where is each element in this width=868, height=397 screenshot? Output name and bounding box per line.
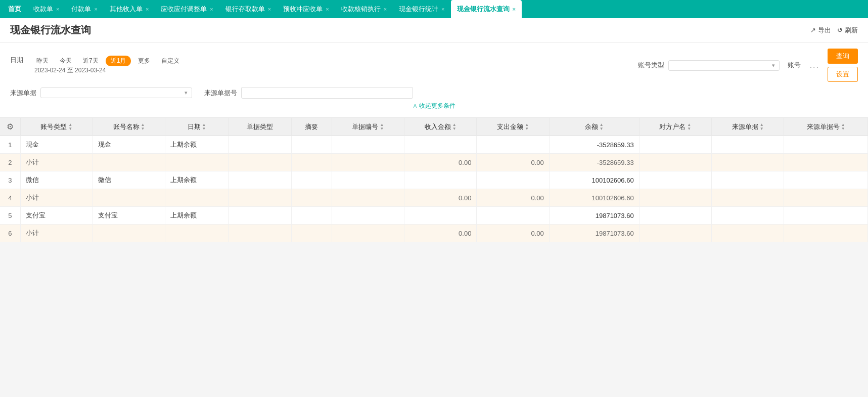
filter-area: 日期 昨天 今天 近7天 近1月 更多 自定义 2023-02-24 至 202… — [0, 42, 868, 118]
nav-cash-stat-close[interactable]: × — [441, 6, 444, 12]
cell-counterparty — [639, 207, 711, 225]
th-doc-no[interactable]: 单据编号 ▲▼ — [332, 118, 404, 136]
date-custom[interactable]: 自定义 — [157, 56, 184, 66]
cell-income: 0.00 — [404, 225, 477, 242]
cell-source-doc — [711, 136, 784, 154]
th-doc-type[interactable]: 单据类型 — [228, 118, 291, 136]
cell-num: 4 — [0, 189, 20, 207]
nav-cash-flow-label: 现金银行流水查询 — [457, 5, 510, 14]
cell-account-name: 现金 — [93, 136, 165, 154]
refresh-icon: ↺ — [837, 26, 843, 34]
cell-account-type: 小计 — [20, 189, 93, 207]
th-gear[interactable]: ⚙ — [0, 118, 20, 136]
source-doc-num-input[interactable] — [241, 87, 413, 99]
nav-item-prepay[interactable]: 预收冲应收单 × — [277, 0, 335, 18]
table-row[interactable]: 5支付宝支付宝上期余额19871073.60 — [0, 207, 868, 225]
header-actions: ↗ 导出 ↺ 刷新 — [810, 26, 858, 35]
cell-date: 上期余额 — [165, 136, 229, 154]
cell-num: 5 — [0, 207, 20, 225]
cell-expense: 0.00 — [477, 189, 549, 207]
export-button[interactable]: ↗ 导出 — [810, 26, 831, 35]
source-doc-num-filter-group: 来源单据号 — [204, 87, 413, 99]
nav-item-adjustment[interactable]: 应收应付调整单 × — [155, 0, 219, 18]
account-filter-group: 账号 ... — [788, 61, 819, 70]
cell-date: 上期余额 — [165, 171, 229, 189]
cell-balance: 19871073.60 — [549, 225, 639, 242]
date-1month[interactable]: 近1月 — [106, 56, 131, 66]
cell-summary — [291, 189, 332, 207]
nav-bank-deposit-close[interactable]: × — [268, 6, 271, 12]
cell-source-doc — [711, 171, 784, 189]
cell-source-doc — [711, 225, 784, 242]
th-account-name[interactable]: 账号名称 ▲▼ — [93, 118, 165, 136]
refresh-label: 刷新 — [845, 26, 858, 35]
date-more[interactable]: 更多 — [134, 56, 154, 66]
cell-counterparty — [639, 171, 711, 189]
date-7days[interactable]: 近7天 — [79, 56, 103, 66]
account-dots[interactable]: ... — [810, 61, 819, 70]
th-source-doc[interactable]: 来源单据 ▲▼ — [711, 118, 784, 136]
cell-income: 0.00 — [404, 189, 477, 207]
cell-account-type: 微信 — [20, 171, 93, 189]
cell-doc-type — [228, 207, 291, 225]
sort-arrows-date: ▲▼ — [202, 123, 206, 131]
refresh-button[interactable]: ↺ 刷新 — [837, 26, 858, 35]
th-income[interactable]: 收入金额 ▲▼ — [404, 118, 477, 136]
account-type-select[interactable]: ▾ — [668, 60, 780, 71]
cell-num: 1 — [0, 136, 20, 154]
cell-num: 6 — [0, 225, 20, 242]
th-summary[interactable]: 摘要 — [291, 118, 332, 136]
th-source-doc-no[interactable]: 来源单据号 ▲▼ — [784, 118, 868, 136]
cell-doc-type — [228, 154, 291, 171]
nav-verify-close[interactable]: × — [384, 6, 387, 12]
table-row[interactable]: 2小计0.000.00-3528659.33 — [0, 154, 868, 171]
settings-button[interactable]: 设置 — [828, 67, 858, 82]
cell-date — [165, 154, 229, 171]
th-balance[interactable]: 余额 ▲▼ — [549, 118, 639, 136]
nav-other-income-close[interactable]: × — [146, 6, 149, 12]
nav-cash-flow-close[interactable]: × — [513, 6, 516, 12]
nav-receipt-close[interactable]: × — [56, 6, 59, 12]
nav-payment-label: 付款单 — [71, 5, 91, 14]
source-doc-select[interactable]: ▾ — [40, 87, 192, 98]
cell-expense: 0.00 — [477, 154, 549, 171]
nav-item-home[interactable]: 首页 — [2, 0, 27, 18]
nav-item-receipt[interactable]: 收款单 × — [27, 0, 65, 18]
table-row[interactable]: 6小计0.000.0019871073.60 — [0, 225, 868, 242]
data-table: ⚙ 账号类型 ▲▼ 账号名称 ▲▼ 日期 — [0, 118, 868, 242]
account-type-filter-group: 账号类型 ▾ — [638, 60, 780, 71]
nav-item-payment[interactable]: 付款单 × — [65, 0, 103, 18]
th-expense[interactable]: 支出金额 ▲▼ — [477, 118, 549, 136]
cell-doc-type — [228, 136, 291, 154]
th-date[interactable]: 日期 ▲▼ — [165, 118, 229, 136]
cell-account-name — [93, 189, 165, 207]
nav-prepay-close[interactable]: × — [326, 6, 329, 12]
date-today[interactable]: 今天 — [56, 56, 76, 66]
gear-icon[interactable]: ⚙ — [7, 122, 14, 131]
cell-doc-type — [228, 225, 291, 242]
date-yesterday[interactable]: 昨天 — [32, 56, 53, 66]
query-button[interactable]: 查询 — [828, 49, 858, 64]
table-row[interactable]: 3微信微信上期余额100102606.60 — [0, 171, 868, 189]
nav-payment-close[interactable]: × — [94, 6, 97, 12]
nav-item-verify[interactable]: 收款核销执行 × — [335, 0, 393, 18]
sort-arrows-account-name: ▲▼ — [141, 123, 145, 131]
page-header: 现金银行流水查询 ↗ 导出 ↺ 刷新 — [0, 18, 868, 42]
nav-adjustment-close[interactable]: × — [210, 6, 213, 12]
export-label: 导出 — [818, 26, 831, 35]
cell-source-doc-no — [784, 171, 868, 189]
th-account-type[interactable]: 账号类型 ▲▼ — [20, 118, 93, 136]
table-row[interactable]: 4小计0.000.00100102606.60 — [0, 189, 868, 207]
table-row[interactable]: 1现金现金上期余额-3528659.33 — [0, 136, 868, 154]
sort-arrows-source-doc-no: ▲▼ — [841, 123, 845, 131]
th-counterparty[interactable]: 对方户名 ▲▼ — [639, 118, 711, 136]
nav-item-bank-deposit[interactable]: 银行存取款单 × — [219, 0, 277, 18]
nav-item-other-income[interactable]: 其他收入单 × — [104, 0, 155, 18]
nav-item-cash-stat[interactable]: 现金银行统计 × — [393, 0, 450, 18]
cell-summary — [291, 154, 332, 171]
nav-item-cash-flow[interactable]: 现金银行流水查询 × — [451, 0, 522, 18]
cell-account-type: 小计 — [20, 154, 93, 171]
sort-arrows-balance: ▲▼ — [600, 123, 604, 131]
nav-receipt-label: 收款单 — [33, 5, 53, 14]
collapse-bar[interactable]: ∧ 收起更多条件 — [10, 99, 858, 111]
